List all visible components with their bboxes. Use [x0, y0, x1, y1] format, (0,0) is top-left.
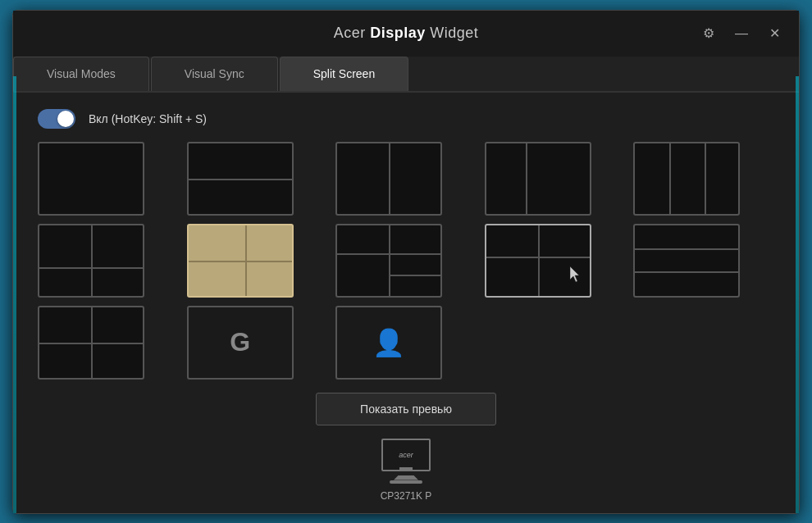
tab-visual-sync[interactable]: Visual Sync — [151, 57, 278, 91]
vline-2 — [705, 143, 706, 214]
vline — [91, 225, 93, 296]
tab-visual-modes[interactable]: Visual Modes — [13, 57, 149, 91]
layout-inner-6 — [39, 225, 143, 296]
hline — [189, 179, 292, 180]
vline — [389, 143, 390, 214]
minimize-button[interactable]: — — [730, 22, 753, 45]
vline — [526, 143, 527, 214]
layout-inner-7 — [189, 225, 292, 296]
vline-top — [538, 225, 540, 257]
layout-card-7[interactable] — [187, 224, 294, 298]
monitor-screen: acer — [381, 439, 431, 471]
layout-inner-10 — [635, 225, 738, 296]
hline — [39, 343, 143, 344]
toggle-label: Вкл (HotKey: Shift + S) — [89, 112, 207, 125]
layout-inner-11 — [39, 307, 143, 378]
layout-inner-4 — [486, 143, 590, 214]
vline-bottom — [538, 257, 540, 295]
hline — [189, 261, 292, 262]
layout-card-3[interactable] — [335, 142, 442, 216]
toggle-knob — [57, 111, 74, 127]
layout-card-11[interactable] — [38, 306, 144, 380]
layout-card-1[interactable] — [38, 142, 144, 216]
content-area: Вкл (HotKey: Shift + S) — [13, 93, 799, 513]
tabs-bar: Visual Modes Visual Sync Split Screen — [13, 57, 799, 93]
preview-button[interactable]: Показать превью — [316, 393, 496, 425]
layout-card-4[interactable] — [485, 142, 591, 216]
layout-inner-8 — [337, 225, 440, 296]
layout-card-5[interactable] — [633, 142, 740, 216]
svg-marker-0 — [570, 266, 579, 282]
title-bar: Acer Display Widget ⚙ — ✕ — [13, 11, 799, 57]
person-icon: 👤 — [372, 327, 405, 358]
monitor-container: acer CP3271K P — [381, 439, 432, 502]
bottom-section: Показать превью acer CP3271K P — [38, 393, 774, 502]
layout-inner-5 — [635, 143, 738, 214]
vline-1 — [669, 143, 671, 214]
cursor-icon — [570, 266, 582, 283]
hline-1 — [635, 248, 738, 250]
layout-card-13[interactable]: 👤 — [335, 306, 442, 380]
layout-inner-3 — [337, 143, 440, 214]
window-title: Acer Display Widget — [334, 25, 479, 42]
vline — [389, 225, 390, 296]
monitor-stand — [394, 475, 418, 480]
g-logo-icon: G — [230, 327, 250, 357]
left-accent — [13, 76, 16, 513]
monitor-logo: acer — [399, 451, 413, 459]
layout-card-12[interactable]: G — [187, 306, 294, 380]
enable-toggle[interactable] — [38, 109, 75, 129]
monitor-name: CP3271K P — [381, 490, 432, 502]
monitor-icon: acer — [381, 439, 431, 484]
title-controls: ⚙ — ✕ — [697, 22, 786, 45]
layout-inner-1 — [39, 143, 143, 214]
layout-inner-2 — [189, 143, 292, 214]
settings-button[interactable]: ⚙ — [697, 22, 720, 45]
layout-inner-9 — [486, 225, 590, 296]
layout-card-6[interactable] — [38, 224, 144, 298]
app-window: Acer Display Widget ⚙ — ✕ Visual Modes V… — [12, 10, 800, 514]
hline-2 — [635, 271, 738, 273]
layout-card-8[interactable] — [335, 224, 442, 298]
hline-bottom — [389, 275, 440, 276]
layouts-grid: G 👤 — [38, 142, 774, 380]
close-button[interactable]: ✕ — [763, 22, 786, 45]
right-accent — [796, 76, 799, 513]
toggle-row: Вкл (HotKey: Shift + S) — [38, 109, 774, 129]
layout-card-10[interactable] — [633, 224, 740, 298]
layout-card-9[interactable] — [485, 224, 591, 298]
hline — [39, 267, 143, 269]
monitor-base — [390, 480, 422, 484]
tab-split-screen[interactable]: Split Screen — [280, 57, 408, 91]
layout-card-2[interactable] — [187, 142, 294, 216]
hline-top — [337, 253, 440, 255]
